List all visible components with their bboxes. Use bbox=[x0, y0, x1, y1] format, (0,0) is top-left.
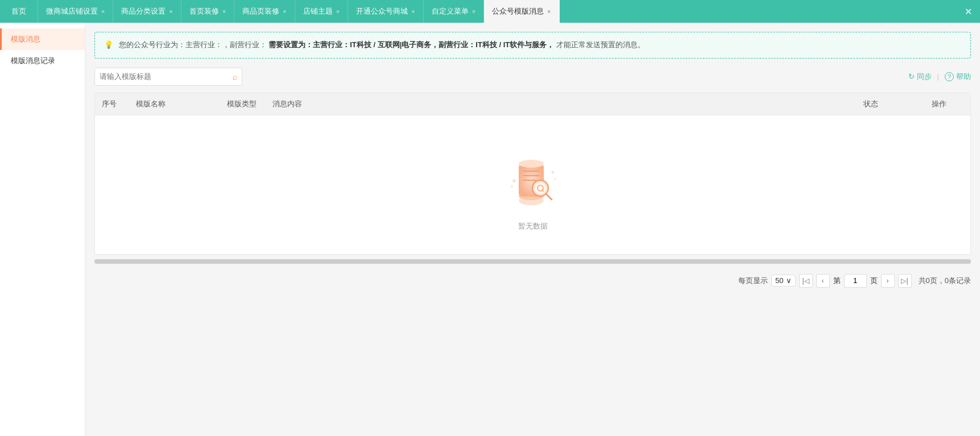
close-all-button[interactable]: ✕ bbox=[957, 0, 980, 23]
content-area: 💡 您的公众号行业为：主营行业：，副营行业： 需要设置为：主营行业：IT科技 /… bbox=[85, 23, 980, 436]
sidebar-item-template-message-log[interactable]: 模版消息记录 bbox=[0, 50, 85, 72]
sidebar: 模版消息 模版消息记录 bbox=[0, 23, 85, 436]
nav-tab-1[interactable]: 商品分类设置 × bbox=[113, 0, 181, 23]
tab-label-6: 自定义菜单 bbox=[432, 6, 469, 16]
svg-line-9 bbox=[546, 194, 552, 200]
table-head: 序号 模版名称 模版类型 消息内容 状态 操作 bbox=[95, 93, 970, 115]
tab-label-2: 首页装修 bbox=[189, 6, 219, 16]
sync-icon: ↻ bbox=[908, 72, 915, 81]
empty-text: 暂无数据 bbox=[518, 221, 548, 231]
col-header-content: 消息内容 bbox=[266, 93, 857, 115]
nav-tab-0[interactable]: 微商城店铺设置 × bbox=[38, 0, 113, 23]
col-header-status: 状态 bbox=[857, 93, 925, 115]
tab-label-0: 微商城店铺设置 bbox=[46, 6, 98, 16]
pagination: 每页显示 50 ∨ |◁ ‹ 第 页 › ▷| 共0页，0条记录 bbox=[94, 268, 971, 290]
last-page-icon: ▷| bbox=[901, 277, 908, 285]
table-empty-row: 暂无数据 bbox=[95, 115, 970, 254]
nav-home[interactable]: 首页 bbox=[0, 0, 38, 23]
sidebar-item-label-0: 模版消息 bbox=[11, 35, 40, 43]
nav-tab-3[interactable]: 商品页装修 × bbox=[234, 0, 295, 23]
nav-tab-6[interactable]: 自定义菜单 × bbox=[424, 0, 484, 23]
tab-close-0[interactable]: × bbox=[101, 8, 105, 15]
sync-button[interactable]: ↻ 同步 bbox=[908, 72, 932, 82]
top-nav: 首页 微商城店铺设置 × 商品分类设置 × 首页装修 × 商品页装修 × 店铺主… bbox=[0, 0, 980, 23]
nav-tab-4[interactable]: 店铺主题 × bbox=[295, 0, 348, 23]
table-scroll-bar[interactable] bbox=[94, 259, 971, 264]
help-button[interactable]: ? 帮助 bbox=[945, 72, 971, 82]
notice-icon: 💡 bbox=[104, 40, 113, 49]
nav-tab-7[interactable]: 公众号模版消息 × bbox=[484, 0, 559, 23]
svg-point-8 bbox=[535, 182, 546, 194]
svg-point-12 bbox=[512, 179, 516, 182]
tab-label-3: 商品页装修 bbox=[242, 6, 279, 16]
per-page-chevron: ∨ bbox=[786, 276, 792, 285]
first-page-icon: |◁ bbox=[802, 277, 809, 285]
tab-label-5: 开通公众号商城 bbox=[356, 6, 408, 16]
tab-close-3[interactable]: × bbox=[283, 8, 286, 15]
tab-close-7[interactable]: × bbox=[547, 8, 551, 15]
notice-suffix: 才能正常发送预置的消息。 bbox=[556, 40, 645, 49]
next-page-icon: › bbox=[887, 277, 889, 285]
main-layout: 模版消息 模版消息记录 💡 您的公众号行业为：主营行业：，副营行业： 需要设置为… bbox=[0, 23, 980, 436]
tab-close-2[interactable]: × bbox=[222, 8, 226, 15]
tab-close-6[interactable]: × bbox=[472, 8, 475, 15]
empty-state: 暂无数据 bbox=[95, 115, 970, 254]
page-number-input[interactable] bbox=[844, 274, 867, 288]
last-page-button[interactable]: ▷| bbox=[898, 274, 912, 288]
col-header-action: 操作 bbox=[925, 93, 970, 115]
search-input-wrap[interactable]: ⌕ bbox=[94, 68, 242, 86]
search-bar: ⌕ ↻ 同步 | ? 帮助 bbox=[94, 68, 971, 86]
search-icon[interactable]: ⌕ bbox=[233, 72, 237, 81]
sidebar-item-label-1: 模版消息记录 bbox=[11, 56, 55, 65]
tab-close-5[interactable]: × bbox=[411, 8, 415, 15]
col-header-name: 模版名称 bbox=[129, 93, 220, 115]
table-scroll-thumb bbox=[94, 259, 971, 264]
tab-close-4[interactable]: × bbox=[336, 8, 340, 15]
nav-tab-5[interactable]: 开通公众号商城 × bbox=[348, 0, 423, 23]
toolbar-divider: | bbox=[937, 72, 939, 81]
tab-close-1[interactable]: × bbox=[169, 8, 172, 15]
help-icon: ? bbox=[945, 72, 954, 81]
search-input[interactable] bbox=[100, 72, 233, 81]
table-body: 暂无数据 bbox=[95, 115, 970, 254]
first-page-button[interactable]: |◁ bbox=[799, 274, 813, 288]
tab-label-4: 店铺主题 bbox=[303, 6, 333, 16]
prev-page-icon: ‹ bbox=[822, 277, 824, 285]
svg-point-14 bbox=[551, 171, 554, 173]
toolbar-right: ↻ 同步 | ? 帮助 bbox=[908, 72, 971, 82]
per-page-value: 50 bbox=[775, 276, 783, 285]
notice-highlight: 需要设置为：主营行业：IT科技 / 互联网|电子商务，副营行业：IT科技 / I… bbox=[268, 40, 554, 49]
notice-banner: 💡 您的公众号行业为：主营行业：，副营行业： 需要设置为：主营行业：IT科技 /… bbox=[94, 32, 971, 59]
total-info: 共0页，0条记录 bbox=[919, 276, 971, 286]
close-all-icon: ✕ bbox=[965, 6, 972, 17]
page-label-suf: 页 bbox=[870, 276, 878, 286]
empty-illustration bbox=[502, 150, 564, 212]
table-header-row: 序号 模版名称 模版类型 消息内容 状态 操作 bbox=[95, 93, 970, 115]
table-wrapper: 序号 模版名称 模版类型 消息内容 状态 操作 bbox=[94, 93, 971, 255]
col-header-type: 模版类型 bbox=[220, 93, 266, 115]
svg-point-3 bbox=[519, 160, 544, 168]
svg-point-15 bbox=[554, 178, 556, 180]
nav-tab-2[interactable]: 首页装修 × bbox=[181, 0, 234, 23]
per-page-label: 每页显示 bbox=[738, 276, 768, 286]
prev-page-button[interactable]: ‹ bbox=[816, 274, 830, 288]
svg-point-13 bbox=[511, 185, 513, 188]
page-label-pre: 第 bbox=[833, 276, 841, 286]
sidebar-item-template-message[interactable]: 模版消息 bbox=[0, 28, 85, 50]
per-page-select[interactable]: 50 ∨ bbox=[771, 275, 795, 286]
tab-label-7: 公众号模版消息 bbox=[492, 6, 544, 16]
help-label: 帮助 bbox=[956, 72, 971, 82]
home-label: 首页 bbox=[11, 6, 26, 16]
next-page-button[interactable]: › bbox=[881, 274, 895, 288]
data-table: 序号 模版名称 模版类型 消息内容 状态 操作 bbox=[95, 93, 970, 254]
sync-label: 同步 bbox=[917, 72, 932, 82]
notice-prefix: 您的公众号行业为：主营行业：，副营行业： bbox=[119, 40, 267, 49]
col-header-index: 序号 bbox=[95, 93, 129, 115]
tab-label-1: 商品分类设置 bbox=[121, 6, 166, 16]
